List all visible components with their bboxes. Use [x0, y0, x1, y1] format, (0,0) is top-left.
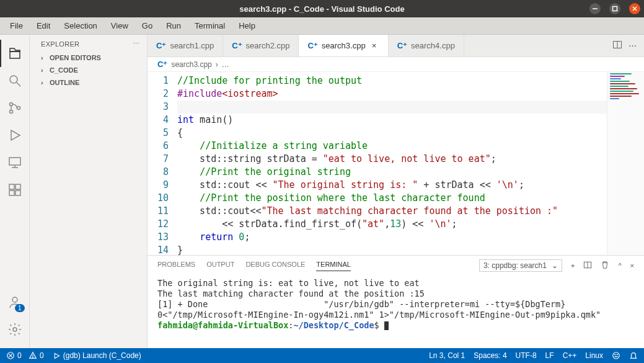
status-encoding[interactable]: UTF-8 [516, 351, 537, 360]
svg-rect-13 [9, 184, 14, 189]
accounts-icon[interactable]: 1 [0, 289, 30, 316]
status-bar: 0 0 (gdb) Launch (C_Code) Ln 3, Col 1 Sp… [0, 348, 644, 363]
svg-point-6 [9, 103, 12, 106]
svg-rect-1 [613, 7, 617, 11]
close-panel-icon[interactable]: × [630, 262, 634, 269]
sidebar-header: EXPLORER ⋯ [30, 35, 147, 52]
tab-actions: ⋯ [605, 35, 644, 56]
panel-tab-problems[interactable]: PROBLEMS [157, 261, 195, 271]
panel-tabs: PROBLEMS OUTPUT DEBUG CONSOLE TERMINAL 3… [148, 256, 644, 274]
more-actions-icon[interactable]: ⋯ [629, 41, 637, 50]
activity-bar: 1 [0, 35, 30, 348]
line-gutter: 1234567891011121314 [148, 72, 177, 255]
svg-line-5 [17, 83, 20, 86]
terminal-cursor [384, 321, 389, 330]
close-button[interactable] [629, 3, 640, 14]
status-lang[interactable]: C++ [563, 351, 577, 360]
status-notifications-icon[interactable] [629, 351, 638, 360]
menu-terminal[interactable]: Terminal [188, 19, 231, 33]
sidebar-section-open-editors[interactable]: ›OPEN EDITORS [30, 52, 147, 64]
panel-tab-debug-console[interactable]: DEBUG CONSOLE [245, 261, 305, 271]
run-debug-icon[interactable] [0, 122, 30, 149]
sidebar-section-outline[interactable]: ›OUTLINE [30, 76, 147, 89]
svg-point-7 [9, 110, 12, 114]
svg-point-8 [17, 107, 20, 110]
code-content[interactable]: //Include for printing the output#includ… [177, 72, 607, 255]
svg-point-4 [10, 76, 17, 83]
breadcrumb-sep: › [216, 60, 218, 69]
minimize-button[interactable] [589, 3, 601, 14]
menu-help[interactable]: Help [232, 19, 262, 33]
status-lncol[interactable]: Ln 3, Col 1 [429, 351, 465, 360]
titlebar: search3.cpp - C_Code - Visual Studio Cod… [0, 0, 644, 17]
remote-explorer-icon[interactable] [0, 149, 30, 176]
maximize-panel-icon[interactable]: ^ [618, 262, 621, 269]
terminal-selector[interactable]: 3: cppdbg: search1⌄ [479, 259, 562, 272]
maximize-button[interactable] [609, 3, 620, 14]
panel-tab-output[interactable]: OUTPUT [206, 261, 234, 271]
cpp-file-icon: C⁺ [232, 41, 242, 50]
svg-point-31 [617, 354, 617, 355]
terminal-line: The original string is: eat to live, not… [157, 278, 634, 289]
status-os[interactable]: Linux [585, 351, 603, 360]
menu-selection[interactable]: Selection [58, 19, 103, 33]
source-control-icon[interactable] [0, 94, 30, 122]
close-tab-icon[interactable]: × [369, 41, 379, 51]
status-spaces[interactable]: Spaces: 4 [474, 351, 506, 360]
extensions-icon[interactable] [0, 176, 30, 204]
menu-file[interactable]: File [4, 19, 29, 33]
svg-marker-9 [11, 130, 20, 140]
bottom-panel: PROBLEMS OUTPUT DEBUG CONSOLE TERMINAL 3… [148, 255, 644, 348]
search-icon[interactable] [0, 67, 30, 94]
tab-search4[interactable]: C⁺search4.cpp [389, 35, 464, 56]
svg-rect-16 [15, 184, 20, 189]
chevron-down-icon: ⌄ [552, 261, 558, 270]
breadcrumb-file: search3.cpp [171, 60, 211, 69]
settings-icon[interactable] [0, 316, 30, 343]
status-problems[interactable]: 0 0 [6, 351, 44, 360]
tab-search2[interactable]: C⁺search2.cpp [223, 35, 299, 56]
menu-view[interactable]: View [105, 19, 135, 33]
sidebar-more-icon[interactable]: ⋯ [133, 40, 139, 48]
chevron-right-icon: › [41, 54, 47, 61]
svg-rect-14 [9, 190, 14, 195]
tab-search3[interactable]: C⁺search3.cpp× [299, 35, 388, 56]
svg-point-30 [615, 354, 615, 355]
status-eol[interactable]: LF [545, 351, 554, 360]
svg-point-27 [33, 357, 33, 357]
breadcrumb-more: … [222, 60, 229, 69]
sidebar: EXPLORER ⋯ ›OPEN EDITORS ›C_CODE ›OUTLIN… [30, 35, 148, 348]
tab-bar: C⁺search1.cpp C⁺search2.cpp C⁺search3.cp… [148, 35, 644, 57]
svg-rect-10 [9, 158, 20, 165]
minimap[interactable] [607, 72, 644, 255]
terminal-line: The last matching character found at the… [157, 289, 634, 299]
panel-tab-terminal[interactable]: TERMINAL [316, 261, 351, 271]
breadcrumb[interactable]: C⁺ search3.cpp › … [148, 57, 644, 72]
cpp-file-icon: C⁺ [307, 41, 317, 50]
menu-go[interactable]: Go [136, 19, 159, 33]
editor-body[interactable]: 1234567891011121314 //Include for printi… [148, 72, 644, 255]
new-terminal-icon[interactable]: + [571, 262, 575, 269]
tab-search1[interactable]: C⁺search1.cpp [148, 35, 223, 56]
terminal-line: [1] + Done "/usr/bin/gdb" --interpreter=… [157, 299, 634, 320]
terminal-body[interactable]: The original string is: eat to live, not… [148, 274, 644, 348]
explorer-icon[interactable] [0, 40, 30, 67]
sidebar-section-workspace[interactable]: ›C_CODE [30, 64, 147, 76]
status-feedback-icon[interactable] [612, 351, 620, 360]
cpp-file-icon: C⁺ [156, 41, 166, 50]
split-editor-icon[interactable] [612, 40, 622, 52]
terminal-prompt: fahmida@fahmida-VirtualBox:~/Desktop/C_C… [157, 320, 634, 331]
menu-edit[interactable]: Edit [30, 19, 56, 33]
status-launch[interactable]: (gdb) Launch (C_Code) [53, 351, 141, 360]
chevron-right-icon: › [41, 66, 47, 74]
split-terminal-icon[interactable] [583, 261, 592, 271]
svg-rect-15 [15, 190, 20, 195]
cpp-file-icon: C⁺ [157, 60, 167, 69]
menu-run[interactable]: Run [160, 19, 187, 33]
cpp-file-icon: C⁺ [397, 41, 407, 50]
kill-terminal-icon[interactable] [601, 261, 609, 271]
window-controls [589, 3, 640, 14]
svg-marker-28 [55, 353, 59, 358]
window-title: search3.cpp - C_Code - Visual Studio Cod… [0, 4, 644, 14]
svg-point-18 [13, 328, 17, 331]
